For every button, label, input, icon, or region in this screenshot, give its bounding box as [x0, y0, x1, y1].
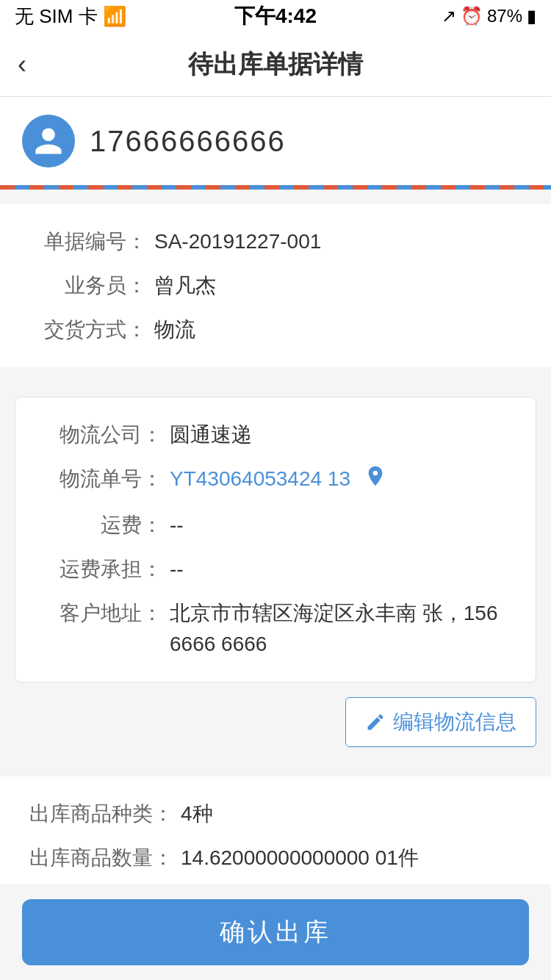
logistics-company-label: 物流公司：	[45, 419, 162, 450]
confirm-outbound-button[interactable]: 确认出库	[22, 899, 529, 965]
logistics-tracking-value: YT43064053424 13	[162, 464, 506, 497]
logistics-company-row: 物流公司： 圆通速递	[45, 419, 506, 450]
goods-types-value: 4种	[173, 799, 522, 829]
logistics-tracking-label: 物流单号：	[45, 464, 162, 494]
map-location-icon[interactable]	[364, 464, 387, 497]
battery-icon: ▮	[527, 6, 536, 26]
delivery-row: 交货方式： 物流	[29, 314, 522, 345]
goods-quantity-value: 14.62000000000000 01件	[173, 843, 522, 873]
edit-logistics-button[interactable]: 编辑物流信息	[345, 697, 536, 747]
logistics-company-value: 圆通速递	[162, 419, 506, 450]
user-header: 17666666666	[0, 97, 551, 185]
edit-icon	[365, 712, 386, 732]
user-icon	[32, 125, 65, 157]
location-icon: ↗	[442, 6, 456, 26]
battery-info: ↗ ⏰ 87% ▮	[442, 6, 536, 26]
carrier-wifi: 无 SIM 卡 📶	[15, 4, 126, 29]
goods-types-row: 出库商品种类： 4种	[29, 799, 522, 829]
goods-section: 出库商品种类： 4种 出库商品数量： 14.62000000000000 01件	[0, 777, 551, 896]
freight-value: --	[162, 510, 506, 541]
logistics-section: 物流公司： 圆通速递 物流单号： YT43064053424 13 运费： --…	[15, 397, 536, 682]
back-button[interactable]: ‹	[18, 49, 26, 80]
document-number-label: 单据编号：	[29, 226, 147, 257]
user-phone: 17666666666	[90, 125, 286, 158]
address-value: 北京市市辖区海淀区永丰南 张，156 6666 6666	[162, 598, 506, 660]
freight-label: 运费：	[45, 510, 162, 541]
document-number-value: SA-20191227-001	[147, 226, 522, 257]
freight-bearer-value: --	[162, 554, 506, 585]
delivery-value: 物流	[147, 314, 522, 345]
freight-row: 运费： --	[45, 510, 506, 541]
document-info-section: 单据编号： SA-20191227-001 业务员： 曾凡杰 交货方式： 物流	[0, 204, 551, 367]
battery-percent: 87%	[487, 6, 522, 26]
alarm-icon: ⏰	[461, 6, 483, 26]
page-title: 待出库单据详情	[188, 48, 363, 82]
nav-bar: ‹ 待出库单据详情	[0, 32, 551, 97]
logistics-tracking-row: 物流单号： YT43064053424 13	[45, 464, 506, 497]
freight-bearer-label: 运费承担：	[45, 554, 162, 585]
dashed-divider	[0, 185, 551, 190]
freight-bearer-row: 运费承担： --	[45, 554, 506, 585]
salesman-label: 业务员：	[29, 270, 147, 301]
address-row: 客户地址： 北京市市辖区海淀区永丰南 张，156 6666 6666	[45, 598, 506, 660]
edit-btn-container: 编辑物流信息	[0, 682, 551, 747]
delivery-label: 交货方式：	[29, 314, 147, 345]
goods-types-label: 出库商品种类：	[29, 799, 173, 829]
confirm-btn-container: 确认出库	[0, 884, 551, 980]
document-number-row: 单据编号： SA-20191227-001	[29, 226, 522, 257]
goods-quantity-label: 出库商品数量：	[29, 843, 173, 873]
time: 下午4:42	[234, 2, 317, 30]
address-label: 客户地址：	[45, 598, 162, 629]
status-bar: 无 SIM 卡 📶 下午4:42 ↗ ⏰ 87% ▮	[0, 0, 551, 32]
goods-quantity-row: 出库商品数量： 14.62000000000000 01件	[29, 843, 522, 873]
salesman-value: 曾凡杰	[147, 270, 522, 301]
salesman-row: 业务员： 曾凡杰	[29, 270, 522, 301]
content: 17666666666 单据编号： SA-20191227-001 业务员： 曾…	[0, 97, 551, 980]
avatar	[22, 115, 75, 167]
